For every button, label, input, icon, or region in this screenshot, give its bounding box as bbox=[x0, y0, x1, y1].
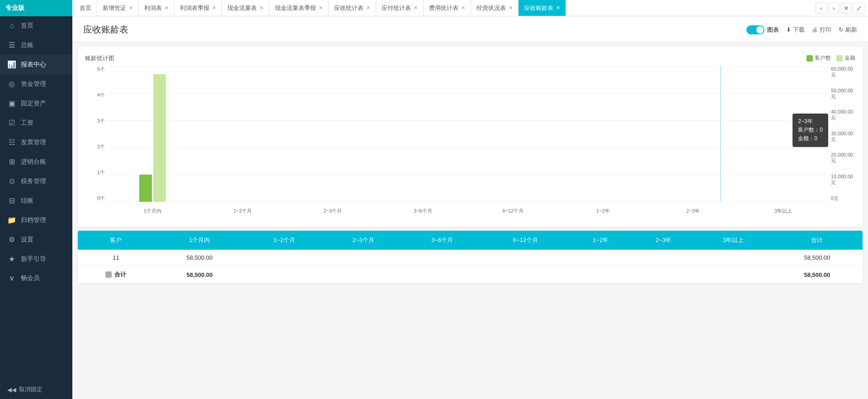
x-label-month23: 2~3个月 bbox=[288, 202, 378, 220]
bar-group-month12 bbox=[198, 66, 288, 202]
col-year12: 1~2年 bbox=[569, 231, 632, 250]
row-year23 bbox=[632, 250, 695, 266]
tab-profit-close[interactable]: ✕ bbox=[165, 5, 169, 11]
tab-home[interactable]: 首页 bbox=[74, 0, 97, 16]
tab-ap-stats-close[interactable]: ✕ bbox=[414, 5, 418, 11]
tab-next-button[interactable]: › bbox=[828, 3, 839, 14]
y-left-1: 1个 bbox=[97, 169, 105, 176]
bar-group-year23 bbox=[648, 66, 738, 202]
tab-expense-stats-label: 费用统计表 bbox=[429, 4, 458, 12]
tab-close-all-button[interactable]: ✕ bbox=[841, 3, 852, 14]
col-customer: 客户 bbox=[78, 231, 154, 250]
tab-prev-button[interactable]: ‹ bbox=[816, 3, 826, 14]
table-header-row: 客户 1个月内 1~2个月 2~3个月 3~6个月 6~12个月 1~2年 2~… bbox=[78, 231, 863, 250]
sidebar-label-invoice: 发票管理 bbox=[21, 138, 46, 147]
chart-title: 账龄统计图 bbox=[85, 54, 855, 62]
member-icon: V bbox=[7, 275, 16, 282]
sidebar-item-salary[interactable]: ☑ 工资 bbox=[0, 113, 72, 133]
chart-toggle[interactable]: 图表 bbox=[746, 25, 779, 34]
sidebar-label-assets: 固定资产 bbox=[21, 100, 46, 108]
assets-icon: ▣ bbox=[7, 99, 16, 108]
sidebar-item-ledger[interactable]: ☰ 总账 bbox=[0, 35, 72, 55]
tooltip-category: 2~3年 bbox=[798, 117, 823, 126]
refresh-button[interactable]: ↻ 刷新 bbox=[839, 26, 857, 34]
x-label-year23: 2~3年 bbox=[648, 202, 738, 220]
ledger-icon: ☰ bbox=[7, 41, 16, 49]
tab-profit-quarterly[interactable]: 利润表季报 ✕ bbox=[175, 0, 222, 16]
tab-ops-status[interactable]: 经营状况表 ✕ bbox=[471, 0, 519, 16]
tab-ar-stats[interactable]: 应收统计表 ✕ bbox=[329, 0, 376, 16]
print-label: 打印 bbox=[820, 26, 831, 34]
chart-container: 5个 4个 3个 2个 1个 0个 bbox=[85, 66, 855, 220]
toggle-track[interactable] bbox=[746, 25, 764, 34]
sidebar-item-purchase[interactable]: ⊞ 进销台账 bbox=[0, 152, 72, 171]
chart-area: 2~3年 客户数：0 金额：0 bbox=[108, 66, 828, 202]
tab-cashflow[interactable]: 现金流量表 ✕ bbox=[222, 0, 269, 16]
tab-ar-stats-label: 应收统计表 bbox=[334, 4, 363, 12]
sidebar-item-home[interactable]: ⌂ 首页 bbox=[0, 16, 72, 35]
tab-profit-quarterly-close[interactable]: ✕ bbox=[212, 5, 216, 11]
tab-ar-stats-close[interactable]: ✕ bbox=[366, 5, 370, 11]
tab-voucher-close[interactable]: ✕ bbox=[129, 5, 133, 11]
refresh-icon: ↻ bbox=[839, 26, 844, 33]
x-label-month36: 3~6个月 bbox=[378, 202, 468, 220]
tax-icon: ⊙ bbox=[7, 177, 16, 185]
sidebar-item-tax[interactable]: ⊙ 税务管理 bbox=[0, 171, 72, 191]
tab-controls: ‹ › ✕ ⤢ bbox=[816, 3, 866, 14]
sidebar-label-reports: 报表中心 bbox=[21, 61, 46, 69]
total-icon bbox=[105, 271, 112, 278]
print-button[interactable]: 🖨 打印 bbox=[812, 26, 831, 34]
chart-legend: 客户数 金额 bbox=[807, 54, 855, 62]
tab-cashflow-quarterly-close[interactable]: ✕ bbox=[319, 5, 323, 11]
sidebar-item-settings[interactable]: ⚙ 设置 bbox=[0, 230, 72, 249]
sidebar-item-member[interactable]: V 畅会员 bbox=[0, 269, 72, 288]
page-header: 应收账龄表 图表 ⬇ 下载 🖨 打印 ↻ 刷新 bbox=[72, 16, 868, 42]
tab-ops-status-label: 经营状况表 bbox=[476, 4, 506, 12]
salary-icon: ☑ bbox=[7, 119, 16, 127]
download-icon: ⬇ bbox=[786, 26, 791, 33]
col-year3plus: 3年以上 bbox=[695, 231, 771, 250]
sidebar-label-guide: 新手引导 bbox=[21, 255, 46, 263]
tab-expense-stats-close[interactable]: ✕ bbox=[461, 5, 465, 11]
sidebar-item-guide[interactable]: ★ 新手引导 bbox=[0, 249, 72, 269]
sidebar-item-reports[interactable]: 📊 报表中心 bbox=[0, 55, 72, 74]
y-left-3: 3个 bbox=[97, 118, 105, 124]
col-month12: 1~2个月 bbox=[245, 231, 324, 250]
unpin-button[interactable]: ◀◀ 取消固定 bbox=[0, 380, 72, 399]
bar-group-month23 bbox=[288, 66, 378, 202]
header-actions: 图表 ⬇ 下载 🖨 打印 ↻ 刷新 bbox=[746, 25, 857, 34]
legend-customers: 客户数 bbox=[807, 54, 831, 62]
tab-expense-stats[interactable]: 费用统计表 ✕ bbox=[424, 0, 471, 16]
x-axis: 1个月内 1~2个月 2~3个月 3~6个月 6~12个月 1~2年 2~3年 … bbox=[108, 202, 828, 220]
tab-profit[interactable]: 利润表 ✕ bbox=[139, 0, 175, 16]
tab-cashflow-quarterly-label: 现金流量表季报 bbox=[275, 4, 316, 12]
row-month1: 58,500.00 bbox=[154, 250, 245, 266]
total-year23 bbox=[632, 266, 695, 284]
tab-ar-aging[interactable]: 应收账龄表 ✕ bbox=[519, 0, 566, 16]
y-axis-right: 60,000.00元 50,000.00元 40,000.00元 30,000.… bbox=[828, 66, 855, 202]
sidebar-item-assets[interactable]: ▣ 固定资产 bbox=[0, 94, 72, 113]
sidebar-item-archive[interactable]: 📁 归档管理 bbox=[0, 210, 72, 230]
total-month36 bbox=[403, 266, 481, 284]
tab-ap-stats[interactable]: 应付统计表 ✕ bbox=[376, 0, 424, 16]
tab-voucher[interactable]: 新增凭证 ✕ bbox=[97, 0, 139, 16]
print-icon: 🖨 bbox=[812, 26, 818, 33]
refresh-label: 刷新 bbox=[845, 26, 857, 34]
table-row: 11 58,500.00 58,500.00 bbox=[78, 250, 863, 266]
tab-maximize-button[interactable]: ⤢ bbox=[854, 3, 864, 14]
tab-ar-aging-close[interactable]: ✕ bbox=[556, 5, 560, 11]
row-year3plus bbox=[695, 250, 771, 266]
sidebar-label-ledger: 总账 bbox=[21, 41, 33, 49]
sidebar-item-closing[interactable]: ⊟ 结账 bbox=[0, 191, 72, 210]
y-right-10k: 10,000.00元 bbox=[831, 174, 855, 186]
tab-ops-status-close[interactable]: ✕ bbox=[509, 5, 513, 11]
download-button[interactable]: ⬇ 下载 bbox=[786, 26, 805, 34]
invoice-icon: ☷ bbox=[7, 138, 16, 147]
sidebar-label-purchase: 进销台账 bbox=[21, 158, 46, 166]
main-area: 首页 新增凭证 ✕ 利润表 ✕ 利润表季报 ✕ 现金流量表 ✕ 现金流量表季报 … bbox=[72, 0, 868, 399]
sidebar-label-salary: 工资 bbox=[21, 119, 33, 127]
tab-cashflow-quarterly[interactable]: 现金流量表季报 ✕ bbox=[269, 0, 329, 16]
sidebar-item-funds[interactable]: ◎ 资金管理 bbox=[0, 74, 72, 94]
sidebar-item-invoice[interactable]: ☷ 发票管理 bbox=[0, 133, 72, 152]
tab-cashflow-close[interactable]: ✕ bbox=[259, 5, 264, 11]
